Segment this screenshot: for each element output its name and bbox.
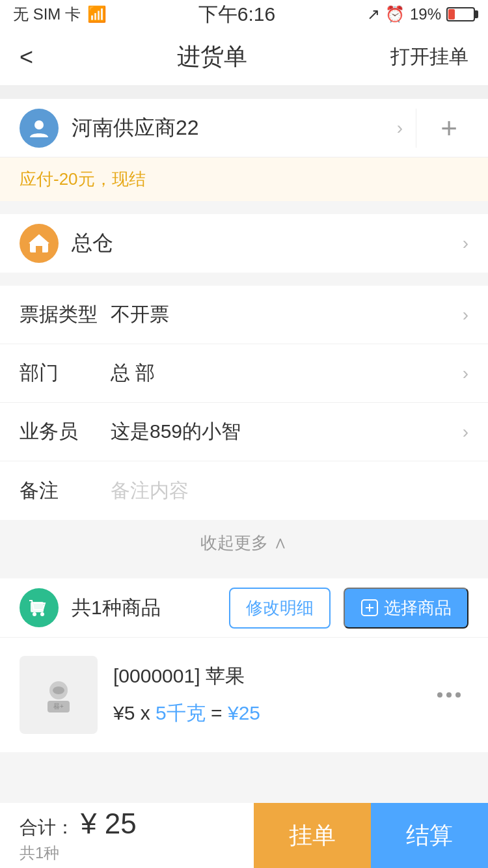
total-text: 合计： xyxy=(20,815,74,840)
collapse-label: 收起更多 ∧ xyxy=(200,532,287,554)
warehouse-name: 总仓 xyxy=(72,229,463,258)
edit-detail-button[interactable]: 修改明细 xyxy=(229,588,331,629)
product-name: [0000001] 苹果 xyxy=(113,663,414,690)
warehouse-icon xyxy=(27,232,51,255)
svg-text:晷+: 晷+ xyxy=(53,703,64,710)
total-sub-label: 共1种 xyxy=(20,843,234,863)
form-section: 票据类型 不开票 › 部门 总 部 › 业务员 这是859的小智 › 备注 备注… xyxy=(0,286,488,520)
add-supplier-button[interactable]: + xyxy=(429,109,468,148)
bottom-bar: 合计： ¥ 25 共1种 挂单 结算 xyxy=(0,803,488,868)
status-right: ↗ ⏰ 19% xyxy=(367,5,475,23)
back-button[interactable]: < xyxy=(20,44,33,71)
dept-value: 总 部 xyxy=(111,360,463,387)
status-bar: 无 SIM 卡 📶 下午6:16 ↗ ⏰ 19% xyxy=(0,0,488,29)
warehouse-row[interactable]: 总仓 › xyxy=(0,214,488,273)
svg-marker-2 xyxy=(29,234,49,243)
dot-3 xyxy=(455,692,461,698)
checkout-button[interactable]: 结算 xyxy=(371,803,488,868)
invoice-value: 不开票 xyxy=(111,301,463,328)
cart-icon-wrap xyxy=(20,588,59,627)
battery-icon xyxy=(446,7,475,21)
product-item: 晷+ [0000001] 苹果 ¥5 x 5千克 = ¥25 xyxy=(0,637,488,752)
staff-label: 业务员 xyxy=(20,418,111,445)
total-section: 合计： ¥ 25 共1种 xyxy=(0,803,254,868)
more-dots-icon xyxy=(437,692,461,698)
product-title: 苹果 xyxy=(206,665,245,686)
cart-icon xyxy=(28,597,50,619)
dept-chevron-icon: › xyxy=(463,363,468,384)
product-price: ¥5 x 5千克 = ¥25 xyxy=(113,700,414,727)
staff-chevron-icon: › xyxy=(463,422,468,442)
battery-percent: 19% xyxy=(410,5,441,23)
remark-row[interactable]: 备注 备注内容 xyxy=(0,461,488,520)
battery-fill xyxy=(448,9,455,20)
dept-label: 部门 xyxy=(20,360,111,387)
product-count-label: 共1种商品 xyxy=(72,595,216,621)
location-icon: ↗ xyxy=(367,5,380,23)
product-thumbnail: 晷+ xyxy=(20,656,98,734)
select-product-icon xyxy=(360,599,379,617)
wifi-icon: 📶 xyxy=(87,5,107,23)
unit-price: ¥5 xyxy=(113,702,135,724)
warehouse-chevron-icon: › xyxy=(463,233,468,254)
section-gap-1 xyxy=(0,86,488,99)
quantity: 5千克 xyxy=(156,702,206,724)
svg-point-6 xyxy=(40,612,44,616)
collapse-row[interactable]: 收起更多 ∧ xyxy=(0,520,488,565)
item-total: ¥25 xyxy=(228,702,260,724)
product-info: [0000001] 苹果 ¥5 x 5千克 = ¥25 xyxy=(113,663,414,727)
hang-button[interactable]: 挂单 xyxy=(254,803,371,868)
balance-note: 应付-20元，现结 xyxy=(0,157,488,201)
multiply-sign: x xyxy=(141,702,156,724)
invoice-type-row[interactable]: 票据类型 不开票 › xyxy=(0,286,488,344)
remark-input[interactable]: 备注内容 xyxy=(111,478,468,504)
carrier-text: 无 SIM 卡 xyxy=(13,4,81,25)
alarm-icon: ⏰ xyxy=(385,5,405,23)
dot-2 xyxy=(446,692,452,698)
invoice-label: 票据类型 xyxy=(20,301,111,328)
dept-row[interactable]: 部门 总 部 › xyxy=(0,344,488,403)
chevron-right-icon: › xyxy=(397,118,403,139)
equals-sign: = xyxy=(211,702,228,724)
supplier-divider xyxy=(416,109,416,148)
person-icon xyxy=(27,116,51,140)
svg-point-0 xyxy=(34,120,44,129)
nav-bar: < 进货单 打开挂单 xyxy=(0,29,488,86)
supplier-row[interactable]: 河南供应商22 › + xyxy=(0,99,488,157)
product-image-placeholder: 晷+ xyxy=(36,672,81,718)
status-left: 无 SIM 卡 📶 xyxy=(13,4,107,25)
product-header: 共1种商品 修改明细 选择商品 xyxy=(0,578,488,637)
dot-1 xyxy=(437,692,442,698)
time-display: 下午6:16 xyxy=(198,1,275,28)
invoice-chevron-icon: › xyxy=(463,305,468,325)
page-title: 进货单 xyxy=(177,41,247,73)
product-more-button[interactable] xyxy=(429,682,468,708)
supplier-avatar xyxy=(20,109,59,148)
product-code: [0000001] xyxy=(113,665,200,686)
total-amount: ¥ 25 xyxy=(81,807,137,840)
supplier-name: 河南供应商22 xyxy=(72,114,397,142)
open-hang-button[interactable]: 打开挂单 xyxy=(390,44,468,70)
select-product-button[interactable]: 选择商品 xyxy=(344,588,468,629)
select-product-label: 选择商品 xyxy=(384,597,452,619)
total-label-row: 合计： ¥ 25 xyxy=(20,807,234,840)
staff-value: 这是859的小智 xyxy=(111,418,463,445)
svg-rect-3 xyxy=(36,246,42,252)
warehouse-icon-wrap xyxy=(20,224,59,263)
remark-label: 备注 xyxy=(20,478,111,504)
svg-point-11 xyxy=(53,686,64,694)
staff-row[interactable]: 业务员 这是859的小智 › xyxy=(0,403,488,461)
svg-point-5 xyxy=(33,612,36,616)
